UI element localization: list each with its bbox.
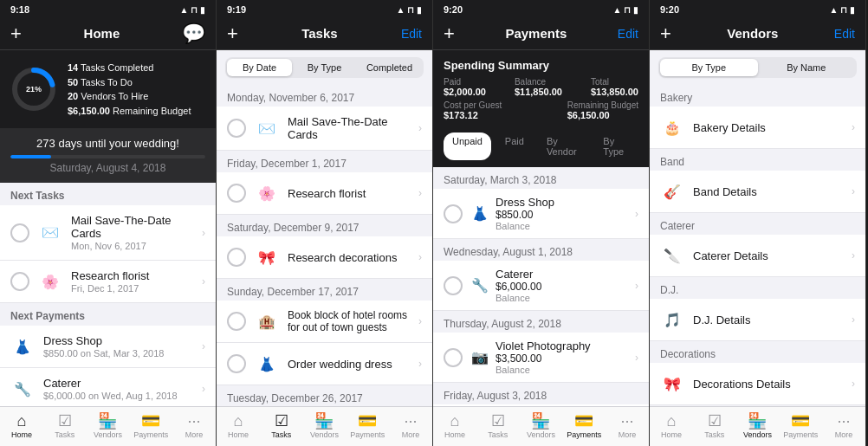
mail-cards-title: Mail Save-The-Date Cards [288,115,418,141]
tab-more-v[interactable]: ··· More [822,410,865,441]
add-button-vendors[interactable]: + [660,24,671,43]
vendors-stat: 20 Vendors To Hire [68,89,191,104]
task-hotel-rooms[interactable]: 🏨 Book block of hotel rooms for out of t… [217,301,432,343]
payments-tab-label: Payments [133,430,168,439]
countdown-text: 273 days until your wedding! [10,137,205,150]
tab-payments[interactable]: 💳 Payments [129,410,172,441]
tab-tasks-t[interactable]: ☑ Tasks [260,410,303,441]
tasks-title: Tasks [301,26,337,41]
remaining-budget-cell: Remaining Budget $6,150.00 [567,100,638,120]
tab-tasks-v[interactable]: ☑ Tasks [693,410,736,441]
add-button-tasks[interactable]: + [227,24,238,43]
tab-home[interactable]: ⌂ Home [0,410,43,441]
payment-item-dress[interactable]: 👗 Dress Shop $850.00 on Sat, Mar 3, 2018… [0,326,216,368]
home-icon-v: ⌂ [666,413,676,429]
vendor-band[interactable]: 🎸 Band Details › [650,171,865,213]
task-mail-cards[interactable]: ✉️ Mail Save-The-Date Cards › [217,107,432,151]
edit-button-payments[interactable]: Edit [618,27,638,41]
dress-payment-name: Dress Shop [496,196,635,209]
task-text-mail: Mail Save-The-Date Cards Mon, Nov 6, 201… [71,214,202,251]
tab-bar-vendors: ⌂ Home ☑ Tasks 🏪 Vendors 💳 Payments ··· … [650,406,865,446]
donut-percent: 21% [26,85,42,94]
dress-icon-home: 👗 [10,334,35,359]
tab-by-type[interactable]: By Type [594,133,638,160]
segment-by-name[interactable]: By Name [758,59,856,76]
edit-button-vendors[interactable]: Edit [834,27,855,41]
add-button-payments[interactable]: + [444,24,455,43]
vendor-dj[interactable]: 🎵 D.J. Details › [650,299,865,341]
nav-bar-vendors: + Vendors Edit [650,17,865,50]
task-research-florist[interactable]: 🌸 Research florist › [217,172,432,215]
task-item-florist[interactable]: 🌸 Research florist Fri, Dec 1, 2017 › [0,261,216,303]
band-icon: 🎸 [660,179,684,204]
task-research-decorations[interactable]: 🎀 Research decorations › [217,236,432,279]
payment-photography[interactable]: 📷 Violet Photography $3,500.00 Balance › [433,333,649,383]
tasks-todo-stat: 50 Tasks To Do [68,75,191,90]
tab-more-p[interactable]: ··· More [606,410,649,441]
tab-by-vendor[interactable]: By Vendor [538,133,589,160]
dress-pay-icon: 👗 [471,205,489,222]
tab-more-t[interactable]: ··· More [389,410,432,441]
dress-task-title: Order wedding dress [288,358,418,371]
status-icons-home: ▲ ⊓ ▮ [180,5,205,15]
tab-more[interactable]: ··· More [172,410,216,441]
vendor-decorations[interactable]: 🎀 Decorations Details › [650,363,865,405]
payment-date-mar3: Saturday, March 3, 2018 [433,167,649,189]
tab-unpaid[interactable]: Unpaid [444,133,491,160]
segment-by-type[interactable]: By Type [660,59,758,76]
tab-vendors-t[interactable]: 🏪 Vendors [303,410,347,441]
tab-home-p[interactable]: ⌂ Home [433,410,476,441]
task-circle-florist [10,272,29,291]
payment-item-caterer[interactable]: 🔧 Caterer $6,000.00 on Wed, Aug 1, 2018 … [0,368,216,406]
tab-vendors-p[interactable]: 🏪 Vendors [520,410,563,441]
total-value: $13,850.00 [591,87,638,97]
payment-dress-shop[interactable]: 👗 Dress Shop $850.00 Balance › [433,189,649,239]
chevron-caterer-pay: › [635,280,638,292]
more-label-v: More [835,430,853,439]
chevron-dress: › [202,340,205,352]
add-button-home[interactable]: + [10,24,22,43]
tab-home-v[interactable]: ⌂ Home [650,410,693,441]
tab-payments-p[interactable]: 💳 Payments [562,410,606,441]
task-circle-mail [10,223,29,242]
payment-date-caterer: $6,000.00 on Wed, Aug 1, 2018 [43,391,202,401]
tab-vendors[interactable]: 🏪 Vendors [87,410,130,441]
status-icons-vendors: ▲ ⊓ ▮ [830,5,855,15]
tab-payments-v[interactable]: 💳 Payments [779,410,822,441]
decorations-vendor-text: Decorations Details [693,378,852,391]
payment-date-aug3: Friday, August 3, 2018 [433,383,649,404]
home-summary: 21% 14 Tasks Completed 50 Tasks To Do 20… [0,50,216,128]
tab-vendors-v[interactable]: 🏪 Vendors [736,410,780,441]
tab-tasks[interactable]: ☑ Tasks [43,410,87,441]
tasks-label-v: Tasks [704,430,724,439]
home-label-p: Home [444,430,465,439]
date-dec1: Friday, December 1, 2017 [217,151,432,172]
mail-cards-icon: ✉️ [255,116,279,140]
chevron-photo: › [635,352,638,364]
vendor-caterer[interactable]: 🔪 Caterer Details › [650,235,865,277]
check-photo [444,348,463,367]
task-item-mail[interactable]: ✉️ Mail Save-The-Date Cards Mon, Nov 6, … [0,205,216,261]
payment-caterer[interactable]: 🔧 Caterer $6,000.00 Balance › [433,261,649,311]
tab-home-t[interactable]: ⌂ Home [217,410,260,441]
cost-per-guest-cell: Cost per Guest $173.12 [444,100,502,120]
tab-payments-t[interactable]: 💳 Payments [346,410,389,441]
chevron-florist-task: › [418,187,422,199]
task-order-dress[interactable]: 👗 Order wedding dress › [217,343,432,385]
progress-donut: 21% [10,66,57,113]
edit-button-tasks[interactable]: Edit [401,27,422,41]
segment-completed[interactable]: Completed [357,59,422,76]
next-tasks-header: Next Tasks [0,183,216,205]
task-title-mail: Mail Save-The-Date Cards [71,214,202,240]
hotel-icon: 🏨 [255,309,279,333]
message-button-home[interactable]: 💬 [182,24,205,43]
budget-stat: $6,150.00 Remaining Budget [68,104,191,119]
vendor-cat-dj: D.J. [650,277,865,299]
more-label-t: More [402,430,420,439]
vendor-bakery[interactable]: 🎂 Bakery Details › [650,107,865,149]
tab-paid[interactable]: Paid [496,133,533,160]
segment-by-date[interactable]: By Date [227,59,292,76]
tab-tasks-p[interactable]: ☑ Tasks [476,410,520,441]
segment-by-type[interactable]: By Type [292,59,357,76]
dress-payment-balance: Balance [496,221,635,231]
